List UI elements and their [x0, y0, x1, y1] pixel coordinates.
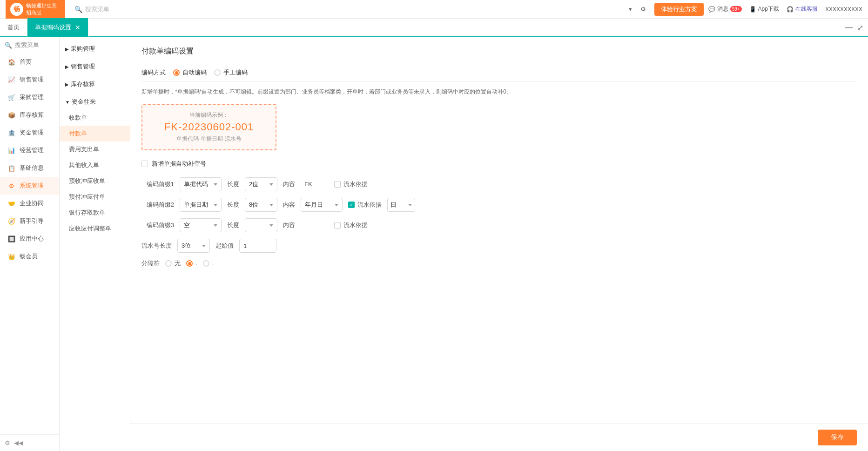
auto-encode-radio[interactable]: 自动编码 — [173, 68, 207, 77]
message-button[interactable]: 💬 消息 99+ — [708, 5, 742, 13]
management-icon: 📊 — [7, 146, 16, 155]
separator-none[interactable]: 无 — [165, 259, 181, 268]
sidebar-item-apps[interactable]: 🔲 应用中心 — [0, 230, 59, 248]
sidebar-item-purchase[interactable]: 🛒 采购管理 — [0, 88, 59, 106]
sec-item-receipt[interactable]: 收款单 — [60, 110, 130, 126]
encode-radio-group: 自动编码 手工编码 — [173, 68, 248, 77]
separator-dot-circle — [186, 260, 193, 267]
prefix-select-2[interactable]: 单据日期 — [180, 198, 222, 212]
sec-group-inventory: ▶ 库存核算 — [60, 76, 130, 92]
sec-group-fund-title[interactable]: ▼ 资金往来 — [60, 94, 130, 110]
system-icon: ⚙ — [7, 182, 16, 190]
serial-checkbox-3[interactable] — [334, 222, 341, 229]
prefix-label-3: 编码前缀3 — [141, 221, 174, 229]
home-icon: 🏠 — [7, 58, 16, 66]
app-download-button[interactable]: 📱 App下载 — [749, 5, 779, 13]
content-select-2[interactable]: 年月日 — [301, 198, 343, 212]
arrow-down-icon8 — [269, 224, 273, 227]
serial-check-1[interactable]: 流水依据 — [334, 180, 368, 188]
sidebar-item-member[interactable]: 👑 畅会员 — [0, 248, 59, 265]
tab-encode-settings[interactable]: 单据编码设置 ✕ — [27, 18, 88, 37]
content-footer: 保存 — [130, 424, 868, 451]
encode-method-label: 编码方式 — [141, 68, 166, 77]
length-select-3[interactable] — [245, 218, 277, 232]
sec-item-prepay-recv[interactable]: 预收冲应收单 — [60, 173, 130, 189]
user-menu[interactable]: XXXXXXXXXX — [825, 6, 862, 13]
page-title: 付款单编码设置 — [141, 47, 857, 56]
tab-close-icon[interactable]: ✕ — [75, 24, 81, 31]
maximize-icon[interactable]: ⤢ — [857, 23, 863, 32]
sidebar-search[interactable]: 🔍 搜索菜单 — [0, 37, 59, 53]
sec-item-adjustment[interactable]: 应收应付调整单 — [60, 221, 130, 236]
serial-check-2[interactable]: ✓ 流水依据 — [348, 201, 382, 209]
sidebar-item-management[interactable]: 📊 经营管理 — [0, 141, 59, 159]
content-wrapper: 付款单编码设置 编码方式 自动编码 手工编码 — [130, 37, 868, 451]
settings-icon[interactable]: ⚙ — [637, 3, 650, 16]
encode-method-row: 编码方式 自动编码 手工编码 — [141, 64, 857, 82]
content-label-2: 内容 — [283, 201, 295, 209]
topbar-dropdown[interactable]: ▾ — [629, 6, 632, 13]
day-select-2[interactable]: 日 — [387, 198, 415, 212]
solution-button[interactable]: 体验行业方案 — [654, 3, 704, 16]
sidebar-item-guide[interactable]: 🧭 新手引导 — [0, 212, 59, 230]
tab-home[interactable]: 首页 — [0, 18, 27, 37]
length-label-3: 长度 — [227, 221, 239, 229]
tabbar: 首页 单据编码设置 ✕ — ⤢ — [0, 19, 868, 37]
search-icon: 🔍 — [74, 6, 82, 13]
prefix-select-3[interactable]: 空 — [180, 218, 222, 232]
sec-item-expense[interactable]: 费用支出单 — [60, 141, 130, 157]
sec-group-purchase-title[interactable]: ▶ 采购管理 — [60, 41, 130, 57]
serial-length-label: 流水号长度 — [141, 242, 172, 250]
sidebar-item-sales[interactable]: 📈 销售管理 — [0, 71, 59, 88]
serial-check-3[interactable]: 流水依据 — [334, 221, 368, 229]
length-label-1: 长度 — [227, 180, 239, 188]
sidebar-item-collab[interactable]: 🤝 企业协同 — [0, 195, 59, 212]
separator-dot2[interactable]: · — [203, 260, 214, 267]
minimize-icon[interactable]: — — [845, 23, 853, 32]
arrow-down-icon6 — [408, 204, 412, 206]
prefix-label-2: 编码前缀2 — [141, 201, 174, 209]
length-select-2[interactable]: 8位 — [245, 198, 277, 212]
logo-text: 畅捷通好生意 招商版 — [26, 2, 57, 16]
sidebar-item-system[interactable]: ⚙ 系统管理 — [0, 177, 59, 195]
separator-dot[interactable]: · — [186, 260, 197, 267]
separator-dot-inner — [188, 262, 191, 265]
content-inner: 付款单编码设置 编码方式 自动编码 手工编码 — [130, 37, 868, 424]
settings-bottom-icon[interactable]: ⚙ — [5, 439, 10, 446]
auto-encode-radio-circle — [173, 69, 180, 76]
serial-checkbox-1[interactable] — [334, 181, 341, 188]
sidebar-item-fund[interactable]: 🏦 资金管理 — [0, 124, 59, 141]
arrow-down-icon — [214, 183, 217, 186]
arrow-down-icon7 — [214, 224, 217, 227]
sidebar-item-info[interactable]: 📋 基础信息 — [0, 159, 59, 177]
service-button[interactable]: 🎧 在线客服 — [787, 5, 818, 13]
auto-fill-label: 新增单据自动补空号 — [152, 160, 206, 168]
length-label-2: 长度 — [227, 201, 239, 209]
inventory-icon: 📦 — [7, 111, 16, 119]
start-value-input[interactable] — [239, 239, 276, 253]
auto-fill-checkbox[interactable] — [141, 161, 148, 167]
content-value-1: FK — [301, 177, 329, 191]
sidebar-item-inventory[interactable]: 📦 库存核算 — [0, 106, 59, 124]
dropdown-icon: ▾ — [629, 6, 632, 13]
serial-checkbox-2-checked[interactable]: ✓ — [348, 202, 355, 208]
auto-fill-row: 新增单据自动补空号 — [141, 160, 857, 168]
form-row-3: 编码前缀3 空 长度 内容 流水依据 — [141, 218, 857, 232]
sec-item-other-income[interactable]: 其他收入单 — [60, 157, 130, 173]
sec-item-payment[interactable]: 付款单 — [60, 126, 130, 141]
collapse-icon[interactable]: ◀◀ — [14, 439, 23, 446]
sec-item-bank[interactable]: 银行存取款单 — [60, 205, 130, 221]
save-button[interactable]: 保存 — [818, 430, 857, 445]
serial-length-select[interactable]: 3位 — [177, 239, 210, 253]
prefix-select-1[interactable]: 单据代码 — [180, 177, 222, 191]
manual-encode-radio[interactable]: 手工编码 — [214, 68, 248, 77]
form-row-1: 编码前缀1 单据代码 长度 2位 内容 FK 流水依据 — [141, 177, 857, 191]
sec-item-prepay-pay[interactable]: 预付冲应付单 — [60, 189, 130, 205]
content-label-1: 内容 — [283, 180, 295, 188]
manual-encode-radio-circle — [214, 69, 221, 76]
sec-group-inventory-title[interactable]: ▶ 库存核算 — [60, 76, 130, 92]
length-select-1[interactable]: 2位 — [245, 177, 277, 191]
sidebar-item-home[interactable]: 🏠 首页 — [0, 53, 59, 71]
code-example-value: FK-20230602-001 — [152, 121, 266, 133]
sec-group-sales-title[interactable]: ▶ 销售管理 — [60, 59, 130, 74]
